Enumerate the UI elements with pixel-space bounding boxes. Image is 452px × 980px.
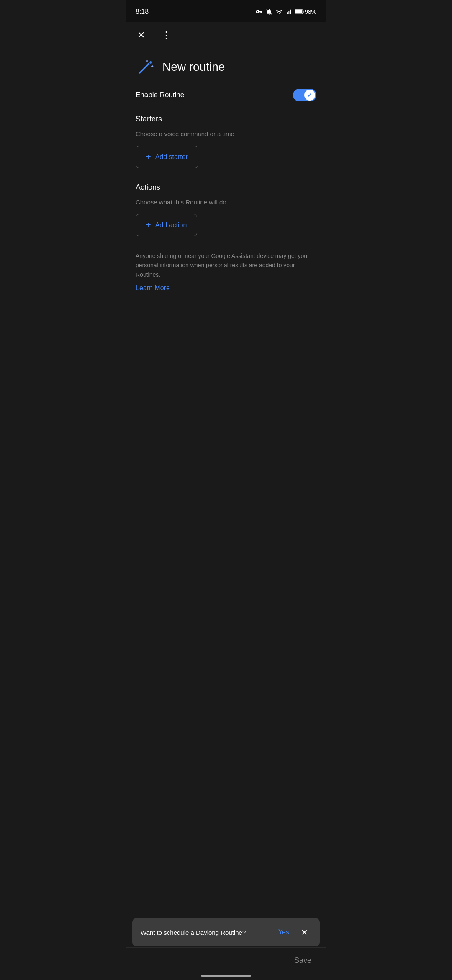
toggle-check-icon: ✓ <box>307 92 312 98</box>
add-action-button[interactable]: + Add action <box>136 214 197 236</box>
enable-routine-row: Enable Routine ✓ <box>136 89 316 101</box>
notification-muted-icon <box>265 8 273 15</box>
add-action-plus-icon: + <box>146 220 151 230</box>
page-title: New routine <box>162 60 225 74</box>
actions-section-title: Actions <box>136 183 316 192</box>
add-starter-button[interactable]: + Add starter <box>136 146 198 168</box>
svg-rect-2 <box>295 10 302 13</box>
snackbar-text: Want to schedule a Daylong Routine? <box>141 929 270 936</box>
home-indicator <box>201 975 251 977</box>
privacy-notice-text: Anyone sharing or near your Google Assis… <box>136 251 316 279</box>
add-starter-label: Add starter <box>155 153 188 161</box>
add-starter-plus-icon: + <box>146 152 151 162</box>
status-time: 8:18 <box>136 8 149 15</box>
page-header: New routine <box>136 57 316 77</box>
add-action-label: Add action <box>155 222 187 229</box>
key-icon <box>255 8 263 15</box>
learn-more-link[interactable]: Learn More <box>136 284 170 292</box>
snackbar-close-icon: ✕ <box>301 927 308 937</box>
snackbar: Want to schedule a Daylong Routine? Yes … <box>132 918 320 946</box>
snackbar-yes-button[interactable]: Yes <box>275 927 293 938</box>
svg-line-4 <box>140 65 148 73</box>
save-button[interactable]: Save <box>289 953 316 968</box>
enable-routine-toggle[interactable]: ✓ <box>293 89 316 101</box>
starters-hint: Choose a voice command or a time <box>136 130 316 137</box>
svg-rect-3 <box>303 10 303 13</box>
menu-button[interactable]: ⋮ <box>158 26 174 44</box>
status-bar: 8:18 <box>126 0 326 22</box>
toolbar: ✕ ⋮ <box>126 22 326 49</box>
status-icons: 98% <box>255 8 316 15</box>
snackbar-close-button[interactable]: ✕ <box>298 926 311 939</box>
main-content: New routine Enable Routine ✓ Starters Ch… <box>126 49 326 300</box>
close-button[interactable]: ✕ <box>134 26 148 44</box>
actions-hint: Choose what this Routine will do <box>136 199 316 206</box>
battery-percentage: 98% <box>305 8 316 15</box>
starters-section: Starters Choose a voice command or a tim… <box>136 115 316 168</box>
magic-wand-icon <box>136 57 156 77</box>
wifi-icon <box>275 8 283 15</box>
actions-section: Actions Choose what this Routine will do… <box>136 183 316 236</box>
enable-routine-label: Enable Routine <box>136 91 184 99</box>
battery-icon: 98% <box>295 8 316 15</box>
privacy-section: Anyone sharing or near your Google Assis… <box>136 251 316 292</box>
starters-section-title: Starters <box>136 115 316 124</box>
signal-icon <box>285 8 292 15</box>
svg-point-5 <box>147 63 149 65</box>
